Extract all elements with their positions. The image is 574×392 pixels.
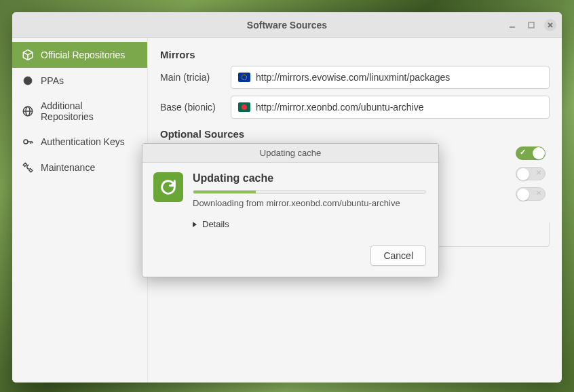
- updating-cache-dialog: Updating cache Updating cache Downloadin…: [142, 143, 439, 277]
- mirror-main-row: Main (tricia) http://mirrors.evowise.com…: [160, 66, 550, 89]
- sidebar-item-authentication-keys[interactable]: Authentication Keys: [12, 129, 147, 155]
- optional-sources-heading: Optional Sources: [160, 128, 550, 140]
- svg-point-8: [24, 140, 28, 144]
- mirror-base-row: Base (bionic) http://mirror.xeonbd.com/u…: [160, 96, 550, 119]
- minimize-button[interactable]: [506, 19, 518, 31]
- mirror-main-label: Main (tricia): [160, 72, 221, 83]
- sidebar-item-label: Authentication Keys: [41, 136, 125, 147]
- progress-fill: [193, 191, 256, 193]
- dialog-titlebar: Updating cache: [142, 144, 438, 163]
- sidebar-item-label: Maintenance: [41, 162, 95, 173]
- sidebar-item-label: Additional Repositories: [41, 100, 138, 122]
- cube-icon: [22, 49, 34, 61]
- maximize-button[interactable]: [525, 19, 537, 31]
- svg-rect-1: [529, 22, 534, 28]
- sidebar-item-label: PPAs: [41, 75, 64, 86]
- dialog-title: Updating cache: [260, 148, 321, 158]
- bd-flag-icon: [238, 102, 250, 112]
- optional-toggle-2[interactable]: [516, 167, 546, 180]
- svg-point-4: [24, 77, 32, 85]
- mirror-main-url: http://mirrors.evowise.com/linuxmint/pac…: [256, 72, 450, 83]
- mirrors-heading: Mirrors: [160, 49, 550, 60]
- mirror-main-input[interactable]: http://mirrors.evowise.com/linuxmint/pac…: [231, 66, 550, 89]
- download-status: Downloading from mirror.xeonbd.com/ubunt…: [193, 198, 426, 208]
- sidebar-item-additional-repositories[interactable]: Additional Repositories: [12, 94, 147, 129]
- minimize-icon: [508, 21, 516, 29]
- close-button[interactable]: [544, 19, 556, 31]
- mirror-base-url: http://mirror.xeonbd.com/ubuntu-archive: [256, 102, 423, 113]
- sidebar-item-label: Official Repositories: [41, 50, 125, 60]
- globe-icon: [22, 105, 34, 117]
- titlebar: Software Sources: [12, 12, 562, 38]
- mirror-base-input[interactable]: http://mirror.xeonbd.com/ubuntu-archive: [231, 96, 550, 119]
- refresh-icon: [153, 172, 183, 202]
- svg-marker-12: [193, 222, 197, 227]
- circle-icon: [22, 75, 34, 87]
- maximize-icon: [527, 21, 535, 29]
- mirror-base-label: Base (bionic): [160, 102, 221, 113]
- cancel-button[interactable]: Cancel: [370, 246, 426, 266]
- optional-toggle-3[interactable]: [516, 187, 546, 201]
- close-icon: [546, 21, 554, 29]
- window-controls: [506, 12, 556, 38]
- progress-bar: [193, 190, 426, 194]
- sidebar-item-official-repositories[interactable]: Official Repositories: [12, 42, 147, 68]
- sidebar: Official Repositories PPAs Additional Re…: [12, 38, 148, 383]
- dialog-heading: Updating cache: [193, 172, 426, 184]
- eu-flag-icon: [238, 73, 250, 82]
- tools-icon: [22, 161, 34, 174]
- sidebar-item-maintenance[interactable]: Maintenance: [12, 155, 147, 180]
- sidebar-item-ppas[interactable]: PPAs: [12, 68, 147, 94]
- key-icon: [22, 136, 34, 148]
- window-title: Software Sources: [247, 20, 327, 31]
- details-expander[interactable]: Details: [153, 219, 426, 229]
- chevron-right-icon: [191, 221, 198, 228]
- optional-toggle-1[interactable]: [516, 146, 546, 160]
- details-label: Details: [202, 219, 229, 229]
